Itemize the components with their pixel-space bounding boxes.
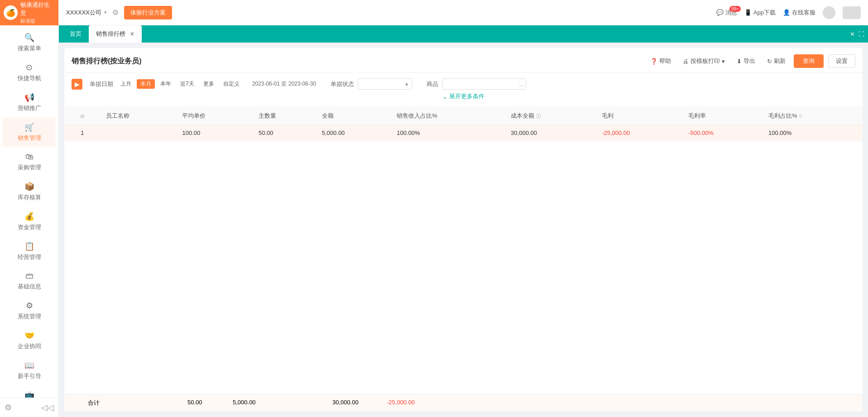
tab-close-icon[interactable]: ✕	[130, 31, 134, 37]
filter-toggle-button[interactable]: ▶	[72, 79, 82, 90]
date-range-text: 2023-06-01 至 2023-06-30	[252, 80, 316, 88]
avatar[interactable]	[823, 6, 835, 19]
user-name-placeholder	[843, 6, 861, 19]
page-actions: ❓ 帮助 🖨 按模板打印 ▾ ⬇ 导出 ↻ 刷新	[647, 54, 855, 68]
expand-more-button[interactable]: ⌄ 展开更多条件	[72, 90, 855, 103]
sidebar: 🍊 畅康通好生意 标准版 🔍 搜索菜单 ⊙ 快捷导航 📢 营销推广 🛒 销售管理…	[0, 0, 59, 417]
logo-icon: 🍊	[4, 5, 18, 20]
online-service-item[interactable]: 👤 在线客服	[783, 9, 815, 17]
tab-expand-icon[interactable]: ⛶	[858, 31, 864, 38]
tab-label: 销售排行榜	[96, 30, 125, 38]
tab-close-all-icon[interactable]: ✕	[850, 31, 855, 38]
goods-input[interactable]	[442, 78, 526, 90]
tab-home[interactable]: 首页	[62, 25, 89, 43]
date-tab-7days[interactable]: 近7天	[177, 79, 198, 89]
sidebar-item-purchase[interactable]: 🛍 采购管理	[3, 148, 56, 176]
th-cost: 成本全额 ⓘ	[505, 107, 596, 125]
app-download-label: App下载	[753, 9, 776, 17]
th-profit-rate: 毛利率	[683, 107, 763, 125]
refresh-button[interactable]: ↻ 刷新	[763, 55, 789, 67]
help-button[interactable]: ❓ 帮助	[647, 55, 675, 67]
query-button[interactable]: 查询	[794, 54, 824, 68]
sidebar-item-guide[interactable]: 📖 新手引导	[3, 356, 56, 385]
footer-empty-rank	[70, 399, 88, 407]
sidebar-item-sales[interactable]: 🛒 销售管理	[3, 118, 56, 147]
sidebar-item-label: 新手引导	[18, 372, 41, 380]
print-button[interactable]: 🖨 按模板打印 ▾	[679, 55, 729, 67]
settings-button[interactable]: 设置	[828, 54, 855, 68]
settings-icon[interactable]: ⚙	[112, 8, 119, 17]
th-profit-pct: 毛利占比% ⇅	[763, 107, 863, 125]
date-tab-this-month[interactable]: 本月	[137, 79, 155, 89]
sidebar-item-marketing[interactable]: 📢 营销推广	[3, 88, 56, 117]
filter-toggle-icon: ▶	[75, 81, 80, 88]
collapse-icon[interactable]: ◁◁	[41, 403, 54, 412]
table-area: ☆ 员工名称 平均单价 主数量 全额 销售收入占比% 成本全额 ⓘ 毛利 毛利率…	[64, 107, 863, 394]
sidebar-item-search[interactable]: 🔍 搜索菜单	[3, 28, 56, 57]
th-quantity: 主数量	[253, 107, 317, 125]
export-button[interactable]: ⬇ 导出	[733, 55, 759, 67]
date-tab-more[interactable]: 更多	[200, 79, 218, 89]
date-tab-last-month[interactable]: 上月	[117, 79, 135, 89]
data-table: ☆ 员工名称 平均单价 主数量 全额 销售收入占比% 成本全额 ⓘ 毛利 毛利率…	[64, 107, 863, 141]
sidebar-item-finance[interactable]: 💰 资金管理	[3, 207, 56, 236]
date-tab-custom[interactable]: 自定义	[220, 79, 243, 89]
expand-icon: ⌄	[442, 93, 447, 100]
content-card: 销售排行榜(按业务员) ❓ 帮助 🖨 按模板打印 ▾ ⬇ 导出	[64, 48, 863, 412]
date-tab-this-year[interactable]: 本年	[157, 79, 175, 89]
goods-filter: 商品 ...	[427, 78, 523, 90]
sidebar-item-collab[interactable]: 🤝 企业协同	[3, 326, 56, 355]
print-arrow-icon: ▾	[722, 58, 725, 65]
sidebar-item-basic[interactable]: 🗃 基础信息	[3, 267, 56, 295]
footer-quantity: 50.00	[187, 399, 233, 407]
tabbar-actions: ✕ ⛶	[850, 31, 864, 38]
status-select[interactable]	[358, 78, 412, 90]
sidebar-item-inventory[interactable]: 📦 库存核算	[3, 177, 56, 206]
home-label: 首页	[70, 30, 82, 38]
search-icon: 🔍	[24, 33, 34, 43]
settings-icon[interactable]: ⚙	[5, 403, 12, 412]
sidebar-item-appstore[interactable]: 📺 应用中心	[3, 386, 56, 398]
cell-amount: 5,000.00	[317, 125, 391, 141]
cell-avg-price: 100.00	[177, 125, 253, 141]
sidebar-item-label: 采购管理	[18, 163, 41, 172]
basic-icon: 🗃	[25, 271, 34, 281]
sort-icon[interactable]: ⇅	[799, 114, 802, 119]
finance-icon: 💰	[24, 211, 34, 221]
sidebar-item-label: 企业协同	[18, 342, 41, 350]
inventory-icon: 📦	[24, 182, 34, 192]
marketing-icon: 📢	[24, 92, 34, 102]
goods-more-icon[interactable]: ...	[519, 81, 523, 87]
tab-sales-ranking[interactable]: 销售排行榜 ✕	[89, 25, 142, 43]
message-icon: 💬	[716, 9, 724, 16]
cell-profit: -25,000.00	[596, 125, 683, 141]
footer-label: 合计	[88, 399, 142, 407]
th-profit: 毛利	[596, 107, 683, 125]
app-download-item[interactable]: 📱 App下载	[744, 9, 776, 17]
company-selector[interactable]: XXXXXX公司 ▾	[66, 9, 107, 17]
date-range-display: 2023-06-01 至 2023-06-30	[250, 80, 316, 88]
footer-sales-pct-empty	[278, 399, 332, 407]
tabbar: 首页 销售排行榜 ✕ ✕ ⛶	[59, 25, 868, 43]
sidebar-item-operations[interactable]: 📋 经营管理	[3, 237, 56, 266]
cost-help-icon[interactable]: ⓘ	[536, 113, 541, 119]
sidebar-logo: 🍊 畅康通好生意 标准版	[0, 0, 58, 25]
footer-profit: -25,000.00	[387, 399, 441, 407]
sidebar-footer: ⚙ ◁◁	[0, 398, 58, 417]
cell-rank: 1	[64, 125, 101, 141]
sidebar-item-label: 基础信息	[18, 283, 41, 291]
logo-text: 畅康通好生意 标准版	[20, 1, 55, 24]
sidebar-item-quicknav[interactable]: ⊙ 快捷导航	[3, 58, 56, 87]
experience-button[interactable]: 体验行业方案	[124, 6, 172, 19]
page-header: 销售排行榜(按业务员) ❓ 帮助 🖨 按模板打印 ▾ ⬇ 导出	[64, 48, 863, 73]
filter-area: ▶ 单据日期 上月 本月 本年 近7天 更多 自定义	[64, 73, 863, 107]
cell-cost: 30,000.00	[505, 125, 596, 141]
message-item[interactable]: 💬 消息 99+	[716, 9, 737, 17]
filter-row-1: ▶ 单据日期 上月 本月 本年 近7天 更多 自定义	[72, 78, 855, 90]
footer-avg-price-empty	[142, 399, 187, 407]
system-icon: ⚙	[26, 301, 33, 311]
status-select-wrapper	[358, 78, 412, 90]
date-filter: 单据日期 上月 本月 本年 近7天 更多 自定义	[90, 79, 243, 89]
cell-name	[101, 125, 177, 141]
sidebar-item-system[interactable]: ⚙ 系统管理	[3, 296, 56, 325]
